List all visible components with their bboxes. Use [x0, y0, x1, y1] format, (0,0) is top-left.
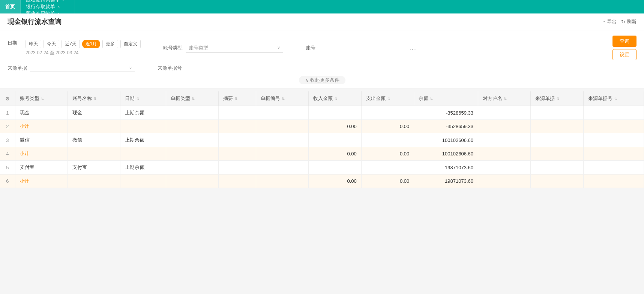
- balance-cell: 100102606.60: [414, 133, 478, 147]
- table-container: ⚙账号类型⇅账号名称⇅日期⇅单据类型⇅摘要⇅单据编号⇅收入金额⇅支出金额⇅余额⇅…: [0, 91, 644, 188]
- col-header-11: 来源单据⇅: [531, 91, 583, 106]
- top-nav: 首页 收款单×付款单×其他收入单×应收应付调整单×银行存取款单×预收冲应收单×收…: [0, 0, 644, 13]
- sort-icon-1[interactable]: ⇅: [41, 97, 44, 101]
- sort-icon-10[interactable]: ⇅: [504, 97, 507, 101]
- filter-row-1: 日期 昨天今天近7天近1月更多自定义 2023-02-24 至 2023-03-…: [8, 36, 636, 60]
- sort-icon-6[interactable]: ⇅: [282, 97, 285, 101]
- account-type-cell: 现金: [15, 106, 68, 120]
- account-type-cell: 小计: [15, 147, 68, 161]
- date-btn-1[interactable]: 今天: [44, 40, 59, 48]
- source-doc-no-cell: [583, 175, 644, 188]
- date-cell: [120, 120, 166, 133]
- summary-cell: [219, 147, 256, 161]
- doc-no-cell: [256, 133, 308, 147]
- counterparty-cell: [478, 161, 530, 175]
- source-doc-no-cell: [583, 147, 644, 161]
- account-type-cell: 支付宝: [15, 161, 68, 175]
- date-label: 日期: [8, 40, 23, 46]
- source-doc-cell: [531, 120, 583, 133]
- date-btn-5[interactable]: 自定义: [120, 40, 141, 48]
- sort-icon-8[interactable]: ⇅: [387, 97, 390, 101]
- source-doc-cell: [531, 175, 583, 188]
- account-type-cell: 小计: [15, 175, 68, 188]
- source-doc-cell: [531, 106, 583, 120]
- date-btn-3[interactable]: 近1月: [82, 40, 101, 48]
- sort-icon-9[interactable]: ⇅: [430, 97, 433, 101]
- close-icon[interactable]: ×: [57, 11, 60, 13]
- date-cell: [120, 147, 166, 161]
- source-doc-no-cell: [583, 133, 644, 147]
- query-button[interactable]: 查询: [612, 36, 636, 47]
- settings-button[interactable]: 设置: [612, 49, 636, 60]
- nav-tab-4[interactable]: 银行存取款单×: [21, 3, 75, 10]
- sort-icon-11[interactable]: ⇅: [556, 97, 559, 101]
- balance-cell: -3528659.33: [414, 120, 478, 133]
- doc-type-cell: [166, 161, 218, 175]
- doc-type-cell: [166, 106, 218, 120]
- export-button[interactable]: ↑ 导出: [603, 18, 617, 25]
- doc-type-cell: [166, 175, 218, 188]
- source-doc-select[interactable]: ∨: [30, 64, 135, 72]
- date-btn-2[interactable]: 近7天: [62, 40, 80, 48]
- expense-cell: 0.00: [361, 147, 414, 161]
- col-header-10: 对方户名⇅: [478, 91, 530, 106]
- col-header-3: 日期⇅: [120, 91, 166, 106]
- row-index: 6: [0, 175, 15, 188]
- row-index: 2: [0, 120, 15, 133]
- balance-cell: 19871073.60: [414, 175, 478, 188]
- sort-icon-5[interactable]: ⇅: [234, 97, 237, 101]
- close-icon[interactable]: ×: [57, 4, 60, 9]
- sort-icon-2[interactable]: ⇅: [93, 97, 96, 101]
- collapse-button[interactable]: ∧ 收起更多条件: [299, 76, 345, 84]
- account-name-cell: 支付宝: [68, 161, 120, 175]
- date-btn-4[interactable]: 更多: [102, 40, 118, 48]
- summary-cell: [219, 161, 256, 175]
- source-doc-no-label: 来源单据号: [158, 65, 182, 72]
- sort-icon-3[interactable]: ⇅: [136, 97, 139, 101]
- header-actions: ↑ 导出 ↻ 刷新: [603, 18, 637, 25]
- account-label: 账号: [306, 45, 321, 51]
- more-dots[interactable]: ...: [409, 45, 416, 51]
- date-btns-row: 昨天今天近7天近1月更多自定义: [26, 40, 141, 48]
- sort-icon-4[interactable]: ⇅: [192, 97, 195, 101]
- close-icon[interactable]: ×: [62, 0, 65, 2]
- col-header-5: 摘要⇅: [219, 91, 256, 106]
- nav-tab-5[interactable]: 预收冲应收单×: [21, 10, 75, 13]
- account-input[interactable]: [324, 44, 406, 52]
- date-filter-options: 昨天今天近7天近1月更多自定义 2023-02-24 至 2023-03-24: [26, 40, 141, 56]
- table-header-row: ⚙账号类型⇅账号名称⇅日期⇅单据类型⇅摘要⇅单据编号⇅收入金额⇅支出金额⇅余额⇅…: [0, 91, 644, 106]
- account-name-cell: 微信: [68, 133, 120, 147]
- row-index: 5: [0, 161, 15, 175]
- refresh-button[interactable]: ↻ 刷新: [621, 18, 636, 25]
- col-header-12: 来源单据号⇅: [583, 91, 644, 106]
- counterparty-cell: [478, 147, 530, 161]
- table-row: 5支付宝支付宝上期余额19871073.60: [0, 161, 644, 175]
- doc-no-cell: [256, 175, 308, 188]
- balance-cell: 19871073.60: [414, 161, 478, 175]
- col-header-8: 支出金额⇅: [361, 91, 414, 106]
- nav-tab-3[interactable]: 应收应付调整单×: [21, 0, 75, 3]
- data-table: ⚙账号类型⇅账号名称⇅日期⇅单据类型⇅摘要⇅单据编号⇅收入金额⇅支出金额⇅余额⇅…: [0, 91, 644, 188]
- date-btn-0[interactable]: 昨天: [26, 40, 41, 48]
- col-header-1: 账号类型⇅: [15, 91, 68, 106]
- table-row: 6小计0.000.0019871073.60: [0, 175, 644, 188]
- source-doc-cell: [531, 147, 583, 161]
- counterparty-cell: [478, 175, 530, 188]
- refresh-icon: ↻: [621, 19, 625, 25]
- expense-cell: [361, 161, 414, 175]
- gear-icon[interactable]: ⚙: [5, 96, 10, 101]
- section-divider: [0, 88, 644, 91]
- sort-icon-7[interactable]: ⇅: [334, 97, 337, 101]
- expense-cell: [361, 133, 414, 147]
- account-type-select[interactable]: 账号类型 ∨: [186, 43, 283, 53]
- sort-icon-12[interactable]: ⇅: [614, 97, 617, 101]
- table-row: 1现金现金上期余额-3528659.33: [0, 106, 644, 120]
- income-cell: 0.00: [309, 147, 361, 161]
- chevron-down-icon: ∨: [277, 45, 280, 50]
- page-header: 现金银行流水查询 ↑ 导出 ↻ 刷新: [0, 13, 644, 30]
- col-header-7: 收入金额⇅: [309, 91, 361, 106]
- account-name-cell: [68, 175, 120, 188]
- nav-home[interactable]: 首页: [0, 0, 21, 13]
- source-doc-no-input[interactable]: [185, 64, 290, 72]
- col-header-0: ⚙: [0, 91, 15, 106]
